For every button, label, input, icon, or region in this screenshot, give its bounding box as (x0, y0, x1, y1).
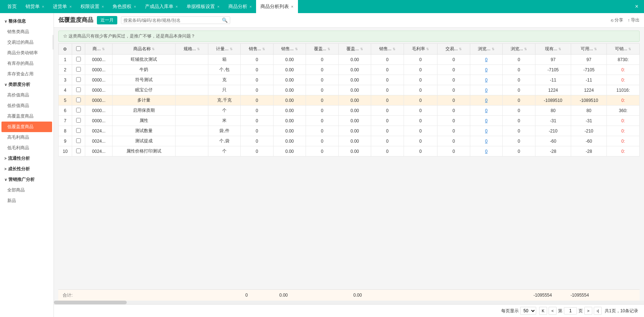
per-page-select[interactable]: 50 (520, 307, 536, 315)
row-checkbox[interactable] (76, 138, 81, 143)
window-close-button[interactable]: × (632, 2, 641, 11)
row-checkbox[interactable] (76, 87, 81, 92)
sidebar-section-marketing[interactable]: ∨ 营销推广分析 (0, 174, 54, 185)
sidebar-item-stock-capital[interactable]: 库存资金占用 (0, 69, 54, 79)
nav-product-analysis-close[interactable]: × (250, 0, 252, 13)
table-cell[interactable]: 0 (470, 136, 502, 146)
date-filter-button[interactable]: 近一月 (97, 16, 117, 24)
table-cell[interactable]: 0 (470, 55, 502, 65)
row-checkbox[interactable] (76, 98, 81, 102)
table-row: 40000...眠宝公仔只00.0000.0000000122412241101… (59, 85, 640, 95)
table-cell: -7105 (535, 65, 571, 75)
col-coverage1[interactable]: 覆盖... ⇅ (306, 44, 338, 55)
col-spec[interactable]: 规格... ⇅ (176, 44, 208, 55)
nav-home[interactable]: 首页 (3, 0, 21, 13)
select-all-checkbox[interactable] (76, 46, 81, 51)
nav-template[interactable]: 单据模板设置 × (182, 0, 224, 13)
footer-empty6 (376, 292, 413, 298)
sidebar-item-category-rate[interactable]: 商品分类动销率 (0, 48, 54, 58)
row-checkbox[interactable] (76, 57, 81, 62)
row-checkbox[interactable] (76, 67, 81, 72)
nav-template-close[interactable]: × (217, 0, 219, 13)
nav-product-inbound-close[interactable]: × (176, 0, 178, 13)
row-checkbox[interactable] (76, 108, 81, 112)
col-code[interactable]: 商... ⇅ (85, 44, 113, 55)
sidebar-item-high-value[interactable]: 高价值商品 (0, 90, 54, 100)
nav-sales-close[interactable]: × (42, 0, 44, 13)
notice-bar: ☆ 这类商品只有很少客户购买过，是推广不够，还是商品本身问题？ (58, 31, 640, 42)
table-cell[interactable]: 0 (470, 75, 502, 85)
row-checkbox[interactable] (76, 118, 81, 123)
sidebar-collapse-button[interactable]: « (52, 35, 54, 49)
col-trade[interactable]: 交易... ⇅ (437, 44, 470, 55)
col-view2[interactable]: 浏览... ⇅ (503, 44, 535, 55)
col-sales3[interactable]: 销售... ⇅ (371, 44, 404, 55)
table-cell[interactable]: 0 (470, 116, 502, 126)
nav-product-analysis-list-close[interactable]: × (291, 0, 293, 13)
sidebar-section-growth[interactable]: > 成长性分析 (0, 164, 54, 174)
sidebar-item-traded-products[interactable]: 交易过的商品 (0, 37, 54, 48)
row-checkbox[interactable] (76, 148, 81, 153)
search-input[interactable] (123, 18, 222, 23)
export-label: 导出 (631, 17, 640, 23)
nav-permission-close[interactable]: × (102, 0, 104, 13)
sidebar-item-high-margin[interactable]: 高毛利商品 (0, 132, 54, 143)
col-current[interactable]: 现有... ⇅ (535, 44, 571, 55)
first-page-button[interactable]: K (539, 307, 547, 315)
table-cell: 0 (241, 146, 273, 156)
table-cell: 克,千克 (208, 95, 240, 106)
sidebar-item-low-margin[interactable]: 低毛利商品 (0, 143, 54, 153)
nav-product-analysis[interactable]: 商品分析 × (224, 0, 256, 13)
table-wrapper[interactable]: ⚙ 商... ⇅ 商品名称 ⇅ 规格... ⇅ 计量... ⇅ 销售... ⇅ … (54, 43, 644, 289)
share-button[interactable]: ⎋ 分享 (611, 17, 623, 23)
table-cell[interactable]: 0 (470, 126, 502, 136)
nav-role[interactable]: 角色授权 × (108, 0, 140, 13)
table-cell[interactable]: 0 (470, 106, 502, 116)
row-checkbox[interactable] (76, 77, 81, 82)
sidebar-item-low-coverage[interactable]: 低覆盖度商品 (1, 122, 52, 132)
sidebar-section-overview[interactable]: ∨ 整体信息 (0, 16, 54, 27)
sidebar-item-all-products[interactable]: 全部商品 (0, 185, 54, 195)
sidebar-item-in-stock[interactable]: 有库存的商品 (0, 58, 54, 69)
prev-page-button[interactable]: < (549, 307, 557, 315)
table-cell[interactable]: 0 (470, 65, 502, 75)
sidebar-item-new-products[interactable]: 新品 (0, 195, 54, 206)
nav-product-inbound[interactable]: 产成品入库单 × (141, 0, 182, 13)
col-view1[interactable]: 浏览... ⇅ (470, 44, 502, 55)
footer-cov2: 0.00 (339, 292, 376, 298)
sidebar-item-high-coverage[interactable]: 高覆盖度商品 (0, 111, 54, 122)
row-checkbox[interactable] (76, 128, 81, 133)
sidebar-section-cluster[interactable]: ∨ 类群度分析 (0, 79, 54, 90)
export-button[interactable]: ↑ 导出 (628, 17, 640, 23)
sidebar-section-circulation[interactable]: > 流通性分析 (0, 153, 54, 164)
table-cell: 克 (208, 75, 240, 85)
last-page-button[interactable]: ›| (594, 307, 602, 315)
col-settings[interactable]: ⚙ (59, 44, 72, 55)
col-sales-qty[interactable]: 销售... ⇅ (241, 44, 273, 55)
col-saleable[interactable]: 可销... ⇅ (607, 44, 640, 55)
col-coverage2[interactable]: 覆盖... ⇅ (338, 44, 371, 55)
table-cell[interactable]: 0 (470, 146, 502, 156)
nav-role-close[interactable]: × (134, 0, 136, 13)
horizontal-scrollbar[interactable] (54, 301, 644, 304)
col-sales-amt[interactable]: 销售... ⇅ (273, 44, 306, 55)
nav-purchase-close[interactable]: × (69, 0, 71, 13)
nav-sales[interactable]: 销货单 × (21, 0, 48, 13)
table-cell: 测试提成 (113, 136, 176, 146)
nav-product-analysis-list[interactable]: 商品分析列表 × (256, 0, 298, 13)
page-input[interactable] (564, 307, 577, 314)
col-name[interactable]: 商品名称 ⇅ (113, 44, 176, 55)
nav-permission[interactable]: 权限设置 × (76, 0, 108, 13)
col-unit[interactable]: 计量... ⇅ (208, 44, 240, 55)
table-cell[interactable]: 0 (470, 85, 502, 95)
search-box: 🔍 (121, 16, 230, 24)
nav-purchase[interactable]: 进货单 × (48, 0, 76, 13)
sidebar-item-sales-products[interactable]: 销售类商品 (0, 27, 54, 37)
col-checkbox[interactable] (72, 44, 85, 55)
next-page-button[interactable]: > (584, 307, 592, 315)
col-margin[interactable]: 毛利率 ⇅ (404, 44, 437, 55)
sidebar-item-low-value[interactable]: 低价值商品 (0, 100, 54, 111)
table-cell[interactable]: 0 (470, 95, 502, 106)
scrollbar-thumb[interactable] (54, 301, 127, 304)
col-available[interactable]: 可用... ⇅ (571, 44, 607, 55)
